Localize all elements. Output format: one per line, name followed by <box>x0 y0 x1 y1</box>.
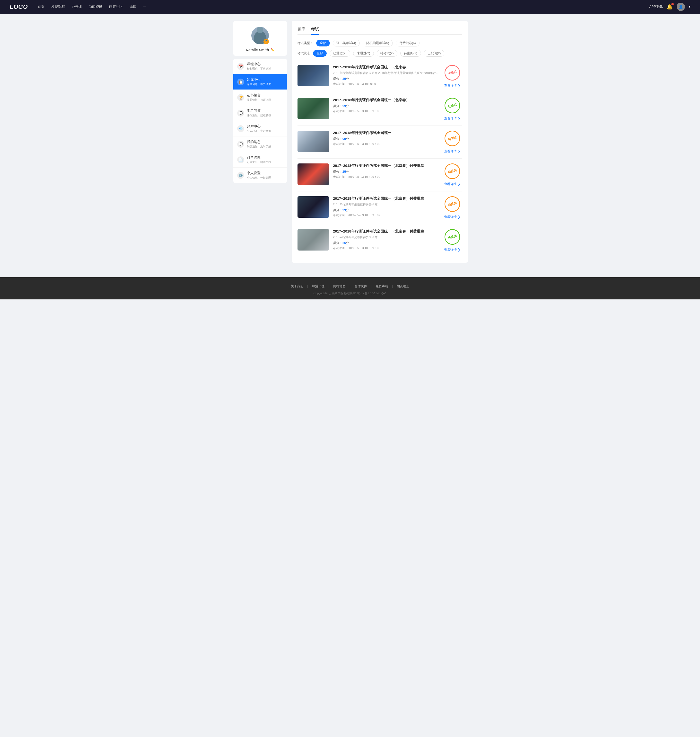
exam-detail-link-1[interactable]: 查看详情 ❯ <box>444 83 460 88</box>
nav-link[interactable]: 首页 <box>38 4 44 9</box>
exam-right-3: 待考试查看详情 ❯ <box>443 131 462 153</box>
exam-detail-link-4[interactable]: 查看详情 ❯ <box>444 182 460 186</box>
content-area: 题库 考试 考试类型： 全部证书类考试(4)随机抽题考试(5)付费批卷(6) 考… <box>292 21 468 263</box>
exam-type-btn[interactable]: 全部 <box>316 40 330 46</box>
exam-thumb-3 <box>297 131 329 152</box>
notification-bell[interactable]: 🔔 <box>667 4 673 10</box>
exam-stamp-6: 已批阅 <box>443 227 462 246</box>
exam-type-btn[interactable]: 付费批卷(6) <box>396 40 419 46</box>
sidebar: 🏅 Natalie Smith ✏️ 📅课程中心精彩课程，不容错过📋题库中心海量… <box>233 21 287 263</box>
nav-link[interactable]: 题库 <box>129 4 136 9</box>
exam-stamp-3: 待考试 <box>443 129 462 148</box>
exam-time-4: 考试时间：2019–05–03 10：09：09 <box>333 175 439 179</box>
exam-thumb-2 <box>297 98 329 119</box>
user-badge: 🏅 <box>263 39 269 44</box>
exam-status-btn[interactable]: 待批阅(2) <box>400 50 421 57</box>
exam-status-btn[interactable]: 未通过(2) <box>353 50 374 57</box>
menu-sub-account: 个人权益，实时掌握 <box>247 129 271 133</box>
exam-item-6: 2017–2018年行测证件考试全国统一（北京卷）付费批卷2018年行测考试是最… <box>297 224 462 257</box>
exam-info-4: 2017–2018年行测证件考试全国统一（北京卷）付费批卷得分：25分考试时间：… <box>333 164 439 179</box>
nav-link[interactable]: ··· <box>143 4 146 9</box>
sidebar-profile: 🏅 Natalie Smith ✏️ <box>233 21 287 56</box>
footer-separator: | <box>350 284 350 289</box>
footer-link-1[interactable]: 加盟代理 <box>312 284 325 289</box>
exam-type-label: 考试类型： <box>297 41 313 45</box>
sidebar-item-orders[interactable]: 📄订单管理订单支出，明明白白 <box>233 152 287 168</box>
tab-exam-bank[interactable]: 题库 <box>297 27 305 34</box>
menu-sub-orders: 订单支出，明明白白 <box>247 160 271 164</box>
sidebar-item-exam-bank[interactable]: 📋题库中心海量习题，助力通关 <box>233 74 287 90</box>
exam-status-btn[interactable]: 已批阅(2) <box>424 50 444 57</box>
sidebar-item-course-center[interactable]: 📅课程中心精彩课程，不容错过 <box>233 59 287 74</box>
nav-link[interactable]: 发现课程 <box>51 4 65 9</box>
sidebar-menu: 📅课程中心精彩课程，不容错过📋题库中心海量习题，助力通关🏆证书荣誉收获荣誉，持证… <box>233 59 287 183</box>
exam-thumb-5 <box>297 196 329 218</box>
exam-desc-1: 2018年行测考试是最值得多去研究 2018年行测考试是最值得多去研究 2018… <box>333 71 439 75</box>
exam-title-5: 2017–2018年行测证件考试全国统一（北京卷）付费批卷 <box>333 196 439 201</box>
nav-link[interactable]: 新闻资讯 <box>89 4 102 9</box>
menu-sub-course-center: 精彩课程，不容错过 <box>247 67 271 71</box>
nav-link[interactable]: 问答社区 <box>109 4 123 9</box>
exam-item-1: 2017–2018年行测证件考试全国统一（北京卷）2018年行测考试是最值得多去… <box>297 60 462 93</box>
avatar-wrap: 🏅 <box>251 27 269 44</box>
chevron-down-icon[interactable]: ▾ <box>689 5 690 9</box>
sidebar-item-qa[interactable]: 💬学习问答课后重温，疑难解答 <box>233 105 287 121</box>
exam-score-3: 得分：99分 <box>333 137 439 141</box>
exam-thumb-4 <box>297 164 329 185</box>
exam-status-btn[interactable]: 待考试(2) <box>377 50 397 57</box>
footer-link-4[interactable]: 免责声明 <box>375 284 388 289</box>
exam-title-6: 2017–2018年行测证件考试全国统一（北京卷）付费批卷 <box>333 229 439 234</box>
exam-time-5: 考试时间：2019–05–03 10：09：09 <box>333 213 439 217</box>
tab-exam[interactable]: 考试 <box>311 27 319 34</box>
exam-score-4: 得分：25分 <box>333 170 439 174</box>
exam-detail-link-2[interactable]: 查看详情 ❯ <box>444 116 460 121</box>
footer-link-3[interactable]: 合作伙伴 <box>354 284 367 289</box>
exam-stamp-5: 待批阅 <box>443 195 462 214</box>
exam-type-btn[interactable]: 证书类考试(4) <box>333 40 360 46</box>
menu-icon-qa: 💬 <box>237 110 244 116</box>
menu-title-qa: 学习问答 <box>247 109 271 113</box>
exam-item-3: 2017–2018年行测证件考试全国统一得分：99分考试时间：2019–05–0… <box>297 126 462 159</box>
menu-icon-account: 💎 <box>237 125 244 132</box>
footer-link-2[interactable]: 网站地图 <box>333 284 346 289</box>
app-download-link[interactable]: APP下载 <box>649 4 663 9</box>
edit-icon[interactable]: ✏️ <box>271 48 274 52</box>
exam-detail-link-5[interactable]: 查看详情 ❯ <box>444 215 460 219</box>
nav-link[interactable]: 公开课 <box>72 4 82 9</box>
footer-link-5[interactable]: 招贤纳士 <box>397 284 409 289</box>
sidebar-item-certificate[interactable]: 🏆证书荣誉收获荣誉，持证上岗 <box>233 90 287 105</box>
exam-status-btn[interactable]: 已通过(2) <box>329 50 350 57</box>
menu-icon-certificate: 🏆 <box>237 94 244 101</box>
menu-sub-settings: 个人信息，一键管理 <box>247 176 271 180</box>
exam-status-btn[interactable]: 全部 <box>313 50 326 57</box>
footer-separator: | <box>371 284 372 289</box>
avatar[interactable]: 👤 <box>676 3 685 11</box>
sidebar-item-messages[interactable]: 🗨️我的消息消息通知，及时了解 <box>233 136 287 152</box>
menu-sub-messages: 消息通知，及时了解 <box>247 145 271 148</box>
menu-icon-orders: 📄 <box>237 156 244 163</box>
footer-separator: | <box>328 284 329 289</box>
sidebar-item-account[interactable]: 💎账户中心个人权益，实时掌握 <box>233 121 287 136</box>
exam-stamp-1: 未通过 <box>443 63 462 82</box>
navbar-right: APP下载 🔔 👤 ▾ <box>649 3 690 11</box>
logo: LOGO <box>10 3 28 10</box>
menu-title-exam-bank: 题库中心 <box>247 78 271 82</box>
content-tabs: 题库 考试 <box>297 27 462 35</box>
sidebar-username: Natalie Smith <box>246 48 269 52</box>
sidebar-item-settings[interactable]: ⚙️个人设置个人信息，一键管理 <box>233 168 287 183</box>
exam-detail-link-3[interactable]: 查看详情 ❯ <box>444 149 460 153</box>
exam-info-2: 2017–2018年行测证件考试全国统一（北京卷）得分：99分考试时间：2019… <box>333 98 439 113</box>
menu-title-orders: 订单管理 <box>247 155 271 160</box>
exam-detail-link-6[interactable]: 查看详情 ❯ <box>444 248 460 252</box>
menu-title-messages: 我的消息 <box>247 140 271 144</box>
menu-icon-exam-bank: 📋 <box>237 78 244 85</box>
menu-sub-exam-bank: 海量习题，助力通关 <box>247 83 271 86</box>
footer-link-0[interactable]: 关于我们 <box>291 284 303 289</box>
exam-list: 2017–2018年行测证件考试全国统一（北京卷）2018年行测考试是最值得多去… <box>297 60 462 257</box>
exam-item-5: 2017–2018年行测证件考试全国统一（北京卷）付费批卷2018年行测考试是最… <box>297 192 462 224</box>
exam-desc-6: 2018年行测考试是最值得多去研究 <box>333 235 439 239</box>
exam-item-4: 2017–2018年行测证件考试全国统一（北京卷）付费批卷得分：25分考试时间：… <box>297 159 462 192</box>
menu-sub-qa: 课后重温，疑难解答 <box>247 113 271 117</box>
nav-links: 首页发现课程公开课新闻资讯问答社区题库··· <box>38 4 649 9</box>
exam-type-btn[interactable]: 随机抽题考试(5) <box>363 40 393 46</box>
